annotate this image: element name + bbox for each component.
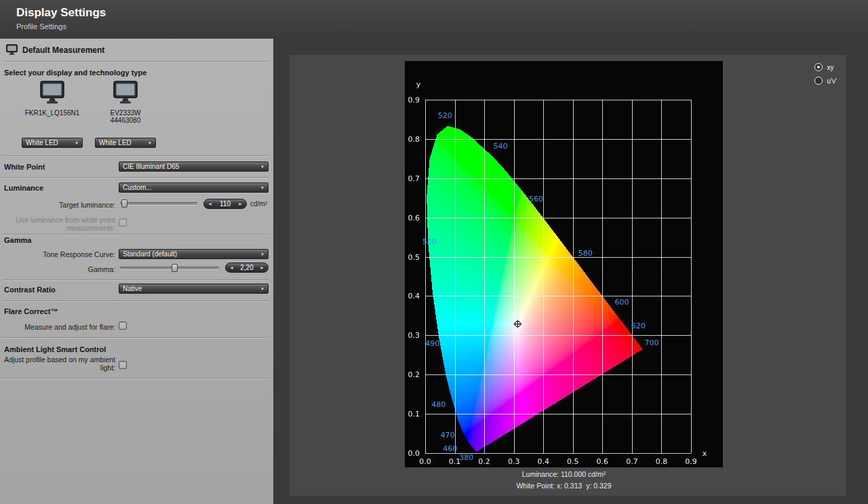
luminance-unit-label: cd/m² [250, 200, 267, 208]
display-option-1[interactable]: FKR1K_LQ156N1 [15, 81, 90, 117]
divider [3, 234, 269, 235]
gamma-value-label: Gamma: [0, 265, 115, 273]
target-luminance-label: Target luminance: [0, 201, 115, 209]
luminance-readout: Luminance: 110.000 cd/m² [405, 469, 723, 480]
use-wp-luminance-label: Use luminance from white point measureme… [0, 216, 115, 232]
axis-mode-radios: xy u'v' [814, 63, 837, 90]
page-subtitle: Profile Settings [16, 22, 66, 31]
decrement-icon[interactable]: ◄ [229, 265, 234, 270]
monitor-icon [111, 81, 140, 105]
slider-handle[interactable] [172, 264, 178, 272]
increment-icon[interactable]: ► [238, 201, 243, 206]
increment-icon[interactable]: ► [260, 265, 264, 270]
display-name: FKR1K_LQ156N1 [15, 109, 90, 117]
technology-dropdown-1[interactable]: White LED ▼ [22, 138, 83, 148]
chevron-down-icon: ▼ [260, 186, 264, 190]
divider [3, 177, 269, 178]
ambient-checkbox[interactable] [119, 361, 127, 369]
luminance-label: Luminance [4, 184, 43, 192]
display-option-2[interactable]: EV2333W 44463080 [88, 81, 163, 124]
gamma-section-label: Gamma [4, 236, 31, 244]
slider-track[interactable] [120, 267, 219, 270]
trc-dropdown[interactable]: Standard (default) ▼ [119, 249, 269, 259]
display-settings-window: Display Settings Profile Settings Defaul… [0, 0, 868, 504]
radio-uv[interactable]: u'v' [814, 77, 837, 85]
slider-track[interactable] [120, 202, 197, 206]
chevron-down-icon: ▼ [260, 287, 264, 291]
decrement-icon[interactable]: ◄ [208, 201, 212, 206]
chevron-down-icon: ▼ [260, 252, 264, 256]
target-luminance-slider[interactable] [120, 199, 197, 208]
chevron-down-icon: ▼ [148, 141, 152, 145]
slider-handle[interactable] [121, 199, 127, 208]
technology-dropdown-1-value: White LED [26, 139, 72, 147]
white-point-dropdown-value: CIE Illuminant D65 [123, 163, 258, 170]
ambient-light-label: Ambient Light Smart Control [4, 345, 106, 353]
display-serial: 44463080 [88, 117, 163, 124]
use-wp-luminance-checkbox[interactable] [119, 218, 127, 227]
white-point-readout: White Point: x: 0.313 y: 0.329 [405, 480, 723, 492]
header: Display Settings Profile Settings [0, 0, 868, 39]
trc-label: Tone Response Curve: [0, 250, 115, 258]
radio-uv-label: u'v' [827, 77, 837, 85]
contrast-ratio-dropdown[interactable]: Native ▼ [119, 284, 269, 294]
chevron-down-icon: ▼ [260, 165, 264, 169]
technology-dropdown-2[interactable]: White LED ▼ [95, 138, 156, 148]
radio-selected-icon [814, 63, 823, 71]
ambient-checkbox-label: Adjust profile based on my ambient light… [0, 355, 115, 372]
gamma-spinner[interactable]: ◄ 2,20 ► [225, 263, 269, 273]
technology-dropdown-2-value: White LED [99, 139, 145, 147]
divider [3, 337, 269, 338]
cie-canvas [405, 61, 723, 467]
contrast-ratio-label: Contrast Ratio [4, 286, 56, 294]
divider [3, 279, 269, 281]
trc-dropdown-value: Standard (default) [123, 250, 258, 258]
target-luminance-spinner[interactable]: ◄ 110 ► [203, 199, 247, 209]
monitor-icon [38, 81, 66, 105]
radio-unselected-icon [814, 77, 823, 85]
select-display-label: Select your display and technology type [4, 69, 146, 77]
chart-column: Luminance: 110.000 cd/m² White Point: x:… [405, 61, 723, 492]
panel-section-title: Default Measurement [22, 45, 104, 55]
divider [3, 155, 269, 157]
divider [3, 378, 269, 379]
chart-readouts: Luminance: 110.000 cd/m² White Point: x:… [405, 469, 723, 492]
divider [3, 301, 269, 302]
display-name: EV2333W [88, 109, 163, 117]
radio-xy-label: xy [827, 64, 834, 71]
luminance-dropdown-value: Custom... [123, 184, 258, 191]
target-luminance-value: 110 [212, 200, 238, 208]
white-point-dropdown[interactable]: CIE Illuminant D65 ▼ [119, 161, 269, 172]
luminance-dropdown[interactable]: Custom... ▼ [119, 182, 269, 193]
radio-xy[interactable]: xy [814, 63, 837, 71]
gamma-slider[interactable] [120, 264, 219, 272]
white-point-label: White Point [4, 163, 45, 171]
chevron-down-icon: ▼ [75, 141, 79, 145]
flare-checkbox[interactable] [119, 322, 127, 330]
flare-checkbox-label: Measure and adjust for flare: [0, 323, 115, 331]
panel-head: Default Measurement [5, 44, 104, 56]
monitor-icon [5, 44, 18, 56]
contrast-ratio-dropdown-value: Native [123, 285, 258, 292]
chromaticity-panel: Luminance: 110.000 cd/m² White Point: x:… [290, 55, 846, 496]
flare-correct-label: Flare Correct™ [4, 307, 58, 315]
page-title: Display Settings [16, 6, 106, 20]
measurement-settings-panel: Default Measurement Select your display … [0, 39, 273, 504]
divider [3, 61, 269, 62]
gamma-value: 2,20 [234, 264, 260, 271]
